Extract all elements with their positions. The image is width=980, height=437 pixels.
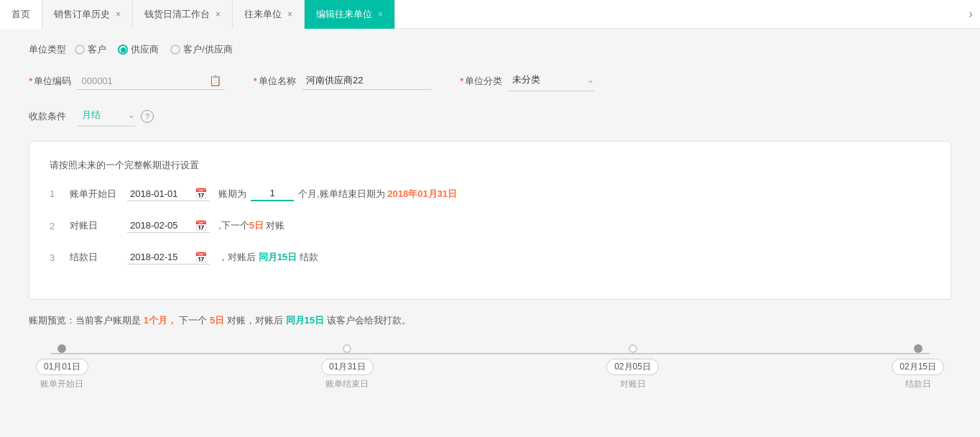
step-number-2: 2	[50, 221, 70, 231]
tab-partner-close[interactable]: ×	[287, 9, 292, 19]
unit-type-label: 单位类型	[29, 43, 66, 56]
step-3-suffix: ，对账后 同月15日 结款	[218, 251, 318, 264]
timeline-badge-2: 01月31日	[321, 359, 374, 375]
copy-icon[interactable]: 📋	[206, 75, 224, 86]
timeline-dot-2	[343, 344, 351, 353]
tab-edit-partner-close[interactable]: ×	[378, 9, 383, 19]
preview-suffix: 该客户会给我打款。	[327, 315, 411, 326]
step-1-suffix-pre: 账期为	[218, 188, 246, 201]
preview-prefix: 账期预览：当前客户账期是	[29, 315, 141, 326]
unit-category-value: 未分类	[508, 70, 587, 89]
preview-middle: 下一个	[179, 315, 207, 326]
help-icon[interactable]: ?	[141, 110, 154, 123]
step-1-date-field[interactable]	[127, 187, 192, 201]
step-3-date-field[interactable]	[127, 250, 192, 264]
step-1-suffix-post: 个月,账单结束日期为 2018年01月31日	[298, 188, 457, 201]
radio-both-label: 客户/供应商	[183, 43, 233, 56]
step-label-1: 账单开始日	[70, 188, 127, 201]
unit-code-required: *	[29, 75, 32, 87]
step-row-3: 3 结款日 📅 ，对账后 同月15日 结款	[50, 250, 930, 264]
unit-type-row: 单位类型 客户 供应商 客户/供应商	[29, 43, 951, 56]
radio-customer-circle	[75, 45, 85, 55]
preview-highlight3: 同月15日	[286, 315, 324, 326]
timeline-label-4: 结款日	[905, 378, 931, 390]
step-3-date-input: 📅	[127, 250, 210, 264]
tab-edit-partner[interactable]: 编辑往来单位 ×	[305, 0, 395, 29]
unit-name-input[interactable]	[302, 73, 431, 90]
step-row-1: 1 账单开始日 📅 账期为 个月,账单结束日期为 2018年01月31日	[50, 186, 930, 201]
tab-partner-label: 往来单位	[244, 8, 282, 21]
radio-supplier-circle	[118, 45, 128, 55]
unit-type-radio-group: 客户 供应商 客户/供应商	[75, 43, 233, 56]
timeline-label-3: 对账日	[620, 378, 646, 390]
preview-highlight1: 1个月，	[144, 315, 177, 326]
preview-section: 账期预览：当前客户账期是 1个月， 下一个 5日 对账，对账后 同月15日 该客…	[29, 314, 951, 327]
step-2-date-input: 📅	[127, 218, 210, 233]
unit-category-required: *	[460, 75, 463, 87]
unit-name-label: 单位名称	[259, 75, 296, 88]
tab-sales-history[interactable]: 销售订单历史 ×	[42, 0, 133, 29]
radio-supplier-label: 供应商	[131, 43, 159, 56]
timeline-dot-1	[57, 344, 66, 353]
end-date-highlight: 2018年01月31日	[387, 188, 457, 199]
preview-middle2: 对账，对账后	[227, 315, 283, 326]
unit-type-group: 单位类型 客户 供应商 客户/供应商	[29, 43, 233, 56]
unit-name-required: *	[253, 75, 256, 87]
step-number-3: 3	[50, 252, 70, 263]
timeline-node-4: 02月15日 结款日	[892, 344, 944, 390]
unit-category-select[interactable]: 未分类 ⌄	[508, 70, 594, 91]
tab-cash-work-close[interactable]: ×	[216, 9, 221, 19]
payment-cond-label: 收款条件	[29, 110, 66, 123]
unit-info-row: * 单位编码 📋 * 单位名称 * 单位分类 未分类 ⌄	[29, 70, 951, 91]
unit-category-label: 单位分类	[465, 75, 502, 88]
timeline-badge-4: 02月15日	[892, 359, 944, 375]
unit-code-input[interactable]	[77, 73, 206, 89]
timeline-dot-3	[629, 344, 637, 353]
step-1-calendar-icon[interactable]: 📅	[192, 188, 210, 199]
timeline-node-1: 01月01日 账单开始日	[36, 344, 88, 390]
unit-code-label: 单位编码	[34, 75, 71, 88]
step-3-highlight: 同月15日	[259, 252, 297, 262]
timeline-label-1: 账单开始日	[40, 378, 83, 390]
radio-customer[interactable]: 客户	[75, 43, 106, 56]
tab-sales-history-close[interactable]: ×	[116, 9, 121, 19]
unit-category-arrow-icon[interactable]: ⌄	[587, 75, 594, 85]
tab-home-label: 首页	[11, 8, 30, 21]
radio-customer-label: 客户	[88, 43, 106, 56]
payment-condition-row: 收款条件 月结 ⌄ ?	[29, 106, 951, 126]
step-2-calendar-icon[interactable]: 📅	[192, 220, 210, 231]
radio-supplier[interactable]: 供应商	[118, 43, 159, 56]
tab-partner[interactable]: 往来单位 ×	[233, 0, 305, 29]
card-title: 请按照未来的一个完整帐期进行设置	[50, 159, 930, 172]
preview-highlight2: 5日	[210, 315, 224, 326]
step-1-date-input: 📅	[127, 187, 210, 201]
timeline-badge-3: 02月05日	[606, 359, 659, 375]
tabs-bar: 首页 销售订单历史 × 钱货日清工作台 × 往来单位 × 编辑往来单位 × ›	[0, 0, 980, 29]
step-2-highlight: 5日	[249, 220, 264, 231]
tab-edit-partner-label: 编辑往来单位	[316, 8, 372, 21]
tabs-expand-button[interactable]: ›	[961, 6, 980, 22]
settings-card: 请按照未来的一个完整帐期进行设置 1 账单开始日 📅 账期为 个月,账单结束日期…	[29, 141, 951, 300]
timeline-dot-4	[914, 344, 923, 353]
radio-both[interactable]: 客户/供应商	[170, 43, 233, 56]
timeline-container: 01月01日 账单开始日 01月31日 账单结束日 02月05日 对账日 02月…	[36, 344, 944, 390]
step-label-3: 结款日	[70, 251, 127, 264]
payment-cond-select[interactable]: 月结 ⌄	[78, 106, 135, 126]
step-3-calendar-icon[interactable]: 📅	[192, 252, 210, 263]
unit-code-input-wrapper: 📋	[77, 73, 224, 90]
timeline-label-2: 账单结束日	[325, 378, 369, 390]
timeline-node-2: 01月31日 账单结束日	[321, 344, 374, 390]
tab-cash-work-label: 钱货日清工作台	[144, 8, 210, 21]
step-label-2: 对账日	[70, 219, 127, 232]
step-2-date-field[interactable]	[127, 218, 192, 232]
tab-cash-work[interactable]: 钱货日清工作台 ×	[133, 0, 233, 29]
timeline-node-3: 02月05日 对账日	[606, 344, 659, 390]
payment-cond-arrow-icon[interactable]: ⌄	[128, 110, 135, 120]
timeline-points: 01月01日 账单开始日 01月31日 账单结束日 02月05日 对账日 02月…	[36, 344, 944, 390]
tab-sales-history-label: 销售订单历史	[54, 8, 110, 21]
radio-both-circle	[170, 45, 180, 55]
tab-home[interactable]: 首页	[0, 0, 42, 29]
main-content: 单位类型 客户 供应商 客户/供应商 * 单位编码	[0, 29, 980, 437]
unit-category-group: * 单位分类 未分类 ⌄	[460, 70, 594, 91]
period-input[interactable]	[251, 186, 294, 201]
